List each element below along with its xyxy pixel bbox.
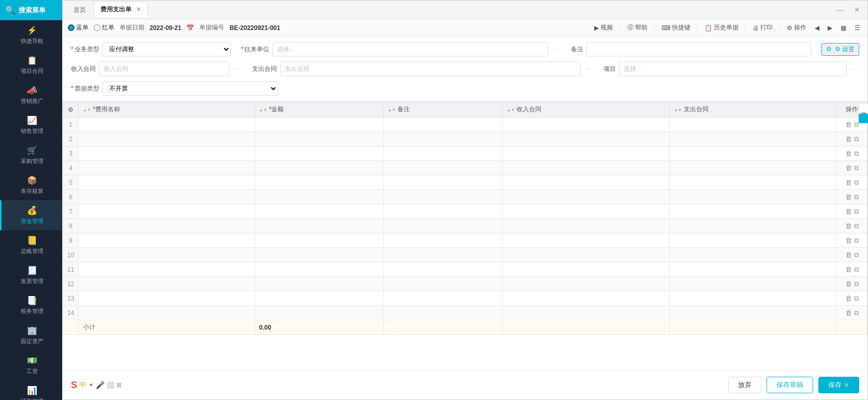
partner-input[interactable] bbox=[272, 42, 548, 56]
help-btn[interactable]: ⓪ 帮助 bbox=[625, 22, 650, 33]
delete-row-icon-1[interactable]: 🗑 bbox=[845, 121, 852, 129]
delete-row-icon-13[interactable]: 🗑 bbox=[845, 294, 852, 303]
amount-cell-11[interactable] bbox=[255, 262, 383, 277]
expense-name-cell-10[interactable] bbox=[79, 248, 255, 262]
amount-cell-5[interactable] bbox=[255, 175, 383, 190]
note-cell-13[interactable] bbox=[383, 291, 502, 306]
sort-income-contract-icon[interactable]: ▲▼ bbox=[507, 108, 515, 112]
expense-name-cell-11[interactable] bbox=[79, 262, 255, 277]
window-minimize-icon[interactable]: — bbox=[833, 5, 847, 15]
sidebar-item-project-contract[interactable]: 📋项目合同 bbox=[0, 50, 62, 80]
table-col-settings[interactable]: ⚙ bbox=[63, 102, 79, 117]
delete-row-icon-6[interactable]: 🗑 bbox=[845, 193, 852, 201]
amount-cell-9[interactable] bbox=[255, 233, 383, 248]
amount-cell-3[interactable] bbox=[255, 146, 383, 161]
expense-name-cell-6[interactable] bbox=[79, 190, 255, 204]
expense-contract-cell-9[interactable] bbox=[669, 233, 836, 248]
delete-row-icon-11[interactable]: 🗑 bbox=[845, 265, 852, 274]
sidebar-item-fixed-assets[interactable]: 🏢固定资产 bbox=[0, 320, 62, 350]
radio-red-label[interactable]: 红单 bbox=[94, 23, 114, 32]
income-contract-cell-9[interactable] bbox=[503, 233, 669, 248]
note-cell-4[interactable] bbox=[383, 161, 502, 175]
sidebar-item-purchase-mgmt[interactable]: 🛒采购管理 bbox=[0, 140, 62, 170]
nav-right-btn[interactable]: ▶ bbox=[826, 23, 834, 33]
income-contract-cell-12[interactable] bbox=[503, 277, 669, 291]
expense-name-cell-14[interactable] bbox=[79, 306, 255, 320]
sort-expense-name-icon[interactable]: ▲▼ bbox=[83, 108, 91, 112]
delete-row-icon-10[interactable]: 🗑 bbox=[845, 251, 852, 259]
radio-red[interactable] bbox=[94, 24, 100, 31]
delete-row-icon-7[interactable]: 🗑 bbox=[845, 208, 852, 216]
sidebar-item-quick-nav[interactable]: ⚡快捷导航 bbox=[0, 20, 62, 50]
note-cell-7[interactable] bbox=[383, 204, 502, 219]
tab-home[interactable]: 首页 bbox=[67, 2, 93, 18]
sidebar-item-capital-mgmt[interactable]: 💰资金管理 bbox=[0, 200, 62, 230]
tab-close-icon[interactable]: ✕ bbox=[136, 6, 141, 12]
delete-row-icon-14[interactable]: 🗑 bbox=[845, 309, 852, 317]
income-contract-cell-11[interactable] bbox=[503, 262, 669, 277]
delete-row-icon-5[interactable]: 🗑 bbox=[845, 179, 852, 187]
expense-contract-cell-6[interactable] bbox=[669, 190, 836, 204]
copy-row-icon-8[interactable]: ⧉ bbox=[854, 222, 859, 230]
copy-row-icon-5[interactable]: ⧉ bbox=[854, 179, 859, 187]
note-cell-1[interactable] bbox=[383, 117, 502, 132]
income-contract-cell-10[interactable] bbox=[503, 248, 669, 262]
note-cell-12[interactable] bbox=[383, 277, 502, 291]
amount-cell-12[interactable] bbox=[255, 277, 383, 291]
amount-cell-10[interactable] bbox=[255, 248, 383, 262]
note-cell-14[interactable] bbox=[383, 306, 502, 320]
expense-name-cell-9[interactable] bbox=[79, 233, 255, 248]
invoice-type-select[interactable]: 不开票 bbox=[102, 81, 278, 96]
sidebar-item-marketing[interactable]: 📣营销推广 bbox=[0, 80, 62, 110]
income-contract-cell-1[interactable] bbox=[503, 117, 669, 132]
calendar-icon[interactable]: 📅 bbox=[186, 24, 194, 32]
sidebar-item-payroll[interactable]: 💵工资 bbox=[0, 350, 62, 380]
project-more-icon[interactable]: ··· bbox=[850, 65, 859, 72]
delete-row-icon-2[interactable]: 🗑 bbox=[845, 135, 852, 143]
sort-note-icon[interactable]: ▲▼ bbox=[388, 108, 396, 112]
expense-contract-more-icon[interactable]: ··· bbox=[584, 65, 593, 72]
note-cell-6[interactable] bbox=[383, 190, 502, 204]
sidebar-item-accounting[interactable]: 📒总账管理 bbox=[0, 230, 62, 260]
partner-more-icon[interactable]: ··· bbox=[551, 46, 561, 53]
tab-expense-bill[interactable]: 费用支出单 ✕ bbox=[94, 2, 148, 18]
expense-contract-cell-1[interactable] bbox=[669, 117, 836, 132]
discard-button[interactable]: 放弃 bbox=[728, 377, 761, 393]
expense-name-cell-13[interactable] bbox=[79, 291, 255, 306]
delete-row-icon-8[interactable]: 🗑 bbox=[845, 222, 852, 230]
expense-contract-cell-3[interactable] bbox=[669, 146, 836, 161]
income-contract-cell-5[interactable] bbox=[503, 175, 669, 190]
delete-row-icon-9[interactable]: 🗑 bbox=[845, 236, 852, 245]
income-contract-cell-3[interactable] bbox=[503, 146, 669, 161]
save-draft-button[interactable]: 保存草稿 bbox=[767, 377, 813, 393]
view-grid-btn[interactable]: ▦ bbox=[838, 23, 848, 33]
expense-contract-cell-10[interactable] bbox=[669, 248, 836, 262]
copy-row-icon-14[interactable]: ⧉ bbox=[854, 309, 859, 317]
expense-name-cell-1[interactable] bbox=[79, 117, 255, 132]
sidebar-item-tax-mgmt[interactable]: 📑税务管理 bbox=[0, 290, 62, 320]
sidebar-item-sales-mgmt[interactable]: 📈销售管理 bbox=[0, 110, 62, 140]
expense-contract-cell-5[interactable] bbox=[669, 175, 836, 190]
docno-value[interactable]: BE-20220921-001 bbox=[229, 24, 280, 32]
view-list-btn[interactable]: ☰ bbox=[852, 23, 862, 33]
expense-contract-cell-12[interactable] bbox=[669, 277, 836, 291]
copy-row-icon-1[interactable]: ⧉ bbox=[854, 121, 859, 129]
history-btn[interactable]: 📋 历史单据 bbox=[702, 22, 741, 33]
expense-contract-cell-7[interactable] bbox=[669, 204, 836, 219]
note-cell-8[interactable] bbox=[383, 219, 502, 233]
amount-cell-8[interactable] bbox=[255, 219, 383, 233]
copy-row-icon-12[interactable]: ⧉ bbox=[854, 280, 859, 288]
remark-input[interactable] bbox=[586, 42, 811, 56]
copy-row-icon-3[interactable]: ⧉ bbox=[854, 150, 859, 158]
amount-cell-14[interactable] bbox=[255, 306, 383, 320]
delete-row-icon-12[interactable]: 🗑 bbox=[845, 280, 852, 288]
amount-cell-4[interactable] bbox=[255, 161, 383, 175]
shortcut-btn[interactable]: ⌨ 快捷键 bbox=[659, 22, 693, 33]
income-contract-cell-13[interactable] bbox=[503, 291, 669, 306]
radio-blue[interactable] bbox=[68, 24, 75, 31]
expense-contract-input[interactable] bbox=[280, 62, 581, 76]
income-contract-cell-8[interactable] bbox=[503, 219, 669, 233]
comment-tab[interactable]: 评论 bbox=[859, 114, 868, 123]
note-cell-3[interactable] bbox=[383, 146, 502, 161]
print-btn[interactable]: 🖨 打印 bbox=[751, 22, 775, 33]
